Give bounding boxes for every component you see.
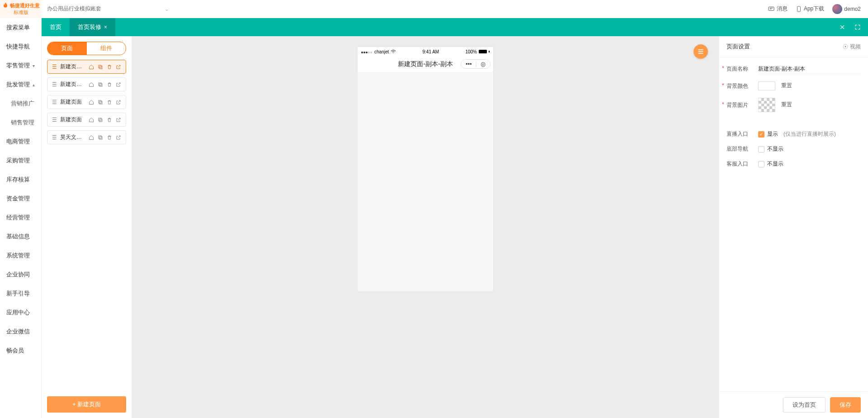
nav-item[interactable]: 搜索菜单: [0, 18, 41, 37]
miniapp-capsule: ••• | ◎: [461, 59, 491, 69]
bg-image-reset[interactable]: 重置: [781, 101, 792, 108]
page-list-item[interactable]: ☰新建页面-副本...: [47, 60, 126, 74]
app-download-button[interactable]: App下载: [796, 5, 824, 13]
page-name: 新建页面: [60, 116, 86, 124]
nav-item[interactable]: 企业微信: [0, 322, 41, 341]
bg-color-swatch[interactable]: [758, 81, 775, 90]
user-menu[interactable]: demo2: [832, 4, 861, 14]
home-icon[interactable]: [89, 135, 95, 140]
tab-home[interactable]: 首页: [42, 18, 70, 36]
share-icon[interactable]: [116, 82, 122, 87]
settings-panel: 页面设置 视频 页面名称 背景颜色 重置: [719, 36, 868, 418]
home-icon[interactable]: [89, 64, 95, 70]
nav-item[interactable]: 经营管理: [0, 208, 41, 227]
page-list-item[interactable]: ☰新建页面-副本: [47, 77, 126, 91]
wifi-icon: [391, 50, 396, 54]
nav-item[interactable]: 新手引导: [0, 284, 41, 303]
nav-item[interactable]: 应用中心: [0, 303, 41, 322]
copy-icon[interactable]: [98, 82, 104, 87]
home-icon[interactable]: [89, 82, 95, 87]
delete-icon[interactable]: [107, 82, 113, 87]
delete-icon[interactable]: [107, 135, 113, 140]
page-name: 新建页面: [60, 98, 86, 106]
svg-rect-8: [99, 100, 101, 103]
phone-body[interactable]: [358, 72, 493, 291]
svg-rect-5: [99, 84, 102, 86]
copy-icon[interactable]: [98, 117, 104, 123]
chevron-down-icon: ⌄: [165, 6, 169, 12]
home-icon[interactable]: [89, 100, 95, 105]
bg-image-label: 背景图片: [726, 101, 758, 109]
phone-app-bar: 新建页面-副本-副本 ••• | ◎: [358, 56, 493, 72]
nav-item[interactable]: 快捷导航: [0, 37, 41, 56]
caret-down-icon: ▾: [33, 63, 35, 68]
nav-item[interactable]: 批发管理▴: [0, 75, 41, 94]
share-icon[interactable]: [116, 117, 122, 123]
nav-item[interactable]: 系统管理: [0, 246, 41, 265]
page-name-label: 页面名称: [726, 65, 758, 73]
bg-color-label: 背景颜色: [726, 82, 758, 90]
nav-item[interactable]: 畅会员: [0, 341, 41, 360]
brand-logo: 畅捷通好生意: [2, 2, 40, 9]
nav-item[interactable]: 基础信息: [0, 227, 41, 246]
close-all-button[interactable]: [836, 21, 848, 33]
page-list-panel: 页面 组件 ☰新建页面-副本...☰新建页面-副本☰新建页面☰新建页面☰昊天文具…: [42, 36, 132, 418]
nav-item[interactable]: 企业协同: [0, 265, 41, 284]
phone-preview: chanjet 9:41 AM 100% 新建页面-副本-副本 •••: [358, 47, 493, 291]
svg-rect-7: [99, 101, 102, 104]
share-icon[interactable]: [116, 100, 122, 105]
new-page-button[interactable]: + 新建页面: [47, 396, 126, 413]
nav-subitem[interactable]: 营销推广: [0, 94, 41, 113]
set-home-button[interactable]: 设为首页: [783, 397, 826, 413]
delete-icon[interactable]: [107, 64, 113, 70]
delete-icon[interactable]: [107, 117, 113, 123]
svg-rect-12: [99, 136, 101, 138]
panel-tab-switch: 页面 组件: [47, 42, 126, 55]
page-list-item[interactable]: ☰新建页面: [47, 113, 126, 127]
bottom-nav-checkbox[interactable]: [758, 146, 764, 152]
nav-item[interactable]: 库存核算: [0, 170, 41, 189]
phone-page-title: 新建页面-副本-副本: [398, 60, 453, 68]
org-selector[interactable]: 办公用品行业模拟账套 ⌄: [47, 5, 169, 13]
page-list-item[interactable]: ☰昊天文具店: [47, 130, 126, 144]
nav-item[interactable]: 采购管理: [0, 151, 41, 170]
home-icon[interactable]: [89, 117, 95, 123]
svg-rect-3: [99, 66, 102, 69]
page-name-input[interactable]: [758, 64, 861, 74]
bg-color-reset[interactable]: 重置: [781, 82, 792, 89]
svg-point-2: [798, 10, 799, 11]
phone-status-bar: chanjet 9:41 AM 100%: [358, 47, 493, 56]
play-icon: [843, 44, 848, 49]
more-icon[interactable]: •••: [464, 61, 474, 67]
panel-tab-component[interactable]: 组件: [87, 42, 126, 55]
page-list-item[interactable]: ☰新建页面: [47, 95, 126, 109]
copy-icon[interactable]: [98, 135, 104, 140]
toggle-panel-button[interactable]: [693, 44, 708, 59]
page-name: 新建页面-副本...: [60, 63, 86, 71]
top-right-actions: 消息 App下载 demo2: [768, 4, 868, 14]
close-icon[interactable]: ×: [104, 24, 107, 30]
service-entry-checkbox[interactable]: [758, 161, 764, 167]
menu-icon: [697, 48, 704, 55]
panel-tab-page[interactable]: 页面: [47, 42, 87, 55]
main-area: 首页 首页装修 × 页面 组件 ☰新建页面-副本...☰新建页面-副本☰新建页面…: [42, 18, 868, 418]
nav-item[interactable]: 资金管理: [0, 189, 41, 208]
message-button[interactable]: 消息: [768, 5, 788, 13]
copy-icon[interactable]: [98, 64, 104, 70]
tab-page-decorate[interactable]: 首页装修 ×: [70, 18, 115, 36]
delete-icon[interactable]: [107, 100, 113, 105]
list-icon: ☰: [51, 117, 57, 123]
copy-icon[interactable]: [98, 100, 104, 105]
target-icon[interactable]: ◎: [479, 61, 487, 67]
fullscreen-button[interactable]: [852, 21, 863, 33]
nav-item[interactable]: 电商管理: [0, 132, 41, 151]
bg-image-picker[interactable]: [758, 98, 775, 112]
save-button[interactable]: 保存: [830, 397, 861, 413]
share-icon[interactable]: [116, 135, 122, 140]
video-help-link[interactable]: 视频: [843, 43, 861, 51]
live-entry-checkbox[interactable]: ✓: [758, 131, 764, 138]
share-icon[interactable]: [116, 64, 122, 70]
page-items: ☰新建页面-副本...☰新建页面-副本☰新建页面☰新建页面☰昊天文具店: [47, 60, 126, 396]
nav-item[interactable]: 零售管理▾: [0, 56, 41, 75]
nav-subitem[interactable]: 销售管理: [0, 113, 41, 132]
